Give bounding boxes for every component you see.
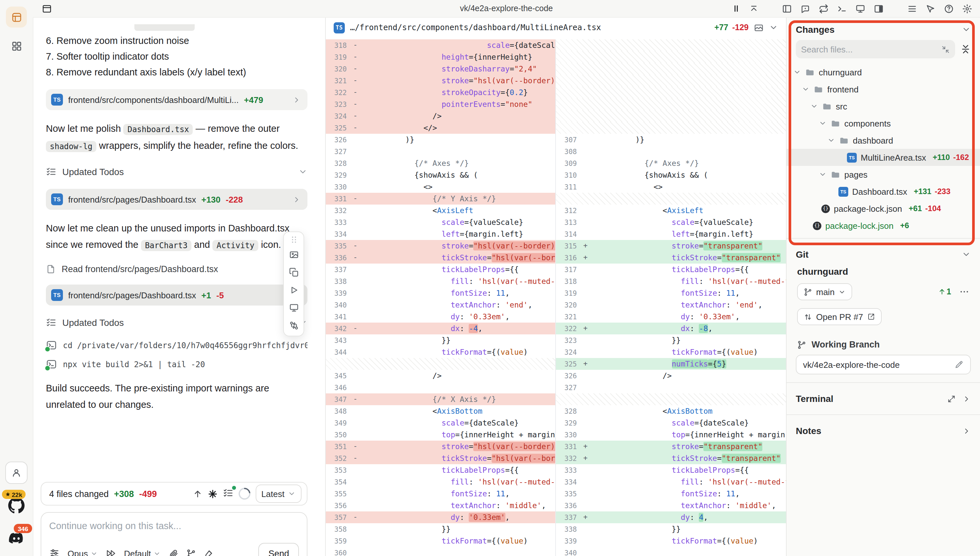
updated-todos-row[interactable]: Updated Todos	[46, 317, 307, 328]
tree-file-row[interactable]: {}package-lock.json+6	[786, 217, 980, 234]
send-button[interactable]: Send	[258, 543, 299, 556]
chat-footer: 4 files changed +308 -499 Latest Continu…	[40, 482, 307, 556]
typescript-icon: TS	[334, 22, 345, 33]
tree-folder-row[interactable]: src	[786, 98, 980, 115]
diff-line: 333 tickLabelProps={{	[556, 464, 786, 476]
help-icon[interactable]	[944, 3, 954, 13]
panel-right-icon[interactable]	[874, 3, 884, 13]
branch-icon[interactable]	[187, 548, 196, 556]
chevron-down-icon[interactable]	[769, 23, 778, 32]
preview-button[interactable]	[286, 300, 302, 315]
diff-body: 318- scale={dateScale}319- height={inner…	[326, 37, 786, 556]
ahead-count[interactable]: 1	[938, 287, 951, 296]
share-cursor-icon[interactable]	[925, 3, 935, 13]
more-options-icon[interactable]	[959, 286, 970, 297]
chevron-right-icon[interactable]	[962, 427, 971, 435]
github-link[interactable]: 22k	[8, 497, 25, 517]
file-change-card[interactable]: TS frontend/src/pages/Dashboard.tsx +130…	[46, 189, 307, 210]
message-input[interactable]: Continue working on this task...	[49, 520, 299, 543]
working-branch-input[interactable]: vk/4e2a-explore-the-code	[796, 355, 971, 374]
files-changed-summary[interactable]: 4 files changed +308 -499 Latest	[40, 482, 307, 506]
tree-file-row[interactable]: {}package-lock.json+61-104	[786, 200, 980, 217]
attach-icon[interactable]	[169, 548, 179, 556]
file-search-input[interactable]: Search files...	[796, 40, 955, 58]
diff-line: 329 {showAxis && (	[326, 169, 556, 181]
compare-button[interactable]	[286, 317, 302, 333]
tree-file-row[interactable]: TSDashboard.tsx+131-233	[786, 183, 980, 200]
workspace-tab[interactable]	[6, 6, 27, 27]
github-stars-badge[interactable]: 22k	[2, 490, 26, 499]
tree-folder-row[interactable]: pages	[786, 166, 980, 183]
settings-gear-icon[interactable]	[962, 3, 972, 13]
tree-folder-row[interactable]: frontend	[786, 81, 980, 98]
pen-icon[interactable]	[204, 548, 214, 556]
window-panel-icon[interactable]	[42, 3, 52, 13]
file-change-card[interactable]: TS frontend/src/pages/Dashboard.tsx +1 -…	[46, 284, 307, 305]
diff-line: 309 {/* Axes */}	[556, 157, 786, 169]
tree-file-row[interactable]: TSMultiLineArea.tsx+110-162	[786, 149, 980, 166]
chat-bubble-icon[interactable]	[801, 3, 810, 13]
read-file-row[interactable]: Read frontend/src/pages/Dashboard.tsx	[46, 264, 307, 274]
diff-line	[556, 393, 786, 405]
chevron-down-icon[interactable]	[962, 250, 971, 259]
compact-icon[interactable]	[207, 489, 217, 499]
star-icon	[5, 492, 10, 497]
version-dropdown[interactable]: Latest	[255, 485, 302, 503]
collapse-panel-icon[interactable]	[941, 45, 950, 53]
model-selector[interactable]: Opus	[68, 548, 98, 556]
grid-view-tab[interactable]	[6, 36, 27, 57]
diff-line: 348 <AxisBottom	[326, 405, 556, 417]
model-label: Opus	[68, 548, 88, 556]
drag-handle-icon[interactable]	[286, 235, 302, 244]
tree-folder-row[interactable]: components	[786, 115, 980, 132]
sliders-icon[interactable]	[49, 548, 60, 556]
notes-section-header[interactable]: Notes	[786, 419, 980, 443]
changes-section-header[interactable]: Changes	[786, 18, 980, 40]
diff-line: 344 tickFormat={(value)	[326, 346, 556, 358]
collapse-up-icon[interactable]	[749, 4, 759, 13]
monitor-icon[interactable]	[856, 3, 865, 13]
diff-line: 355 fontSize: 11,	[326, 488, 556, 499]
terminal-command-row[interactable]: cd /private/var/folders/10/h7w0q46556ggr…	[46, 339, 307, 351]
discord-count-badge[interactable]: 346	[14, 524, 32, 533]
run-button[interactable]	[286, 282, 302, 298]
chevron-down-icon	[298, 167, 307, 176]
message-toolbar	[283, 231, 304, 336]
updated-todos-row[interactable]: Updated Todos	[46, 166, 307, 177]
collapse-all-icon[interactable]	[960, 44, 971, 55]
file-change-card[interactable]: TS frontend/src/components/dashboard/Mul…	[46, 89, 307, 110]
discord-link[interactable]: 346	[8, 530, 25, 550]
git-section-header[interactable]: Git	[786, 242, 980, 265]
pause-icon[interactable]	[731, 4, 741, 13]
terminal-icon	[46, 359, 57, 370]
branch-selector[interactable]: main	[797, 283, 852, 300]
git-compare-icon	[289, 320, 299, 330]
menu-icon[interactable]	[907, 3, 917, 13]
panel-left-icon[interactable]	[782, 3, 792, 13]
todos-status-button[interactable]	[223, 488, 233, 500]
play-icon	[289, 285, 299, 295]
terminal-toggle-icon[interactable]	[837, 3, 847, 13]
diff-line: 319 fontSize: 11,	[556, 287, 786, 299]
terminal-section-header[interactable]: Terminal	[786, 387, 980, 411]
account-button[interactable]	[5, 462, 27, 484]
swap-icon[interactable]	[819, 3, 828, 13]
tree-folder-row[interactable]: dashboard	[786, 132, 980, 149]
expand-icon[interactable]	[947, 394, 956, 403]
edit-pencil-icon[interactable]	[954, 360, 964, 369]
total-deletions: -499	[139, 489, 157, 499]
scroll-top-icon[interactable]	[192, 489, 202, 499]
screenshot-button[interactable]	[286, 247, 302, 262]
copy-button[interactable]	[286, 264, 302, 280]
diff-view-icon[interactable]	[754, 23, 764, 32]
file-path: frontend/src/pages/Dashboard.tsx	[68, 194, 196, 204]
open-pr-button[interactable]: Open PR #7	[797, 308, 882, 325]
additions-count: +130	[201, 194, 221, 204]
chevron-down-icon[interactable]	[962, 25, 971, 34]
fast-forward-icon[interactable]	[105, 548, 116, 556]
tree-folder-row[interactable]: churnguard	[786, 64, 980, 81]
diff-line: 323 }}	[556, 335, 786, 346]
chevron-right-icon[interactable]	[962, 394, 971, 403]
profile-selector[interactable]: Default	[124, 548, 161, 556]
terminal-command-row[interactable]: npx vite build 2>&1 | tail -20	[46, 359, 307, 370]
